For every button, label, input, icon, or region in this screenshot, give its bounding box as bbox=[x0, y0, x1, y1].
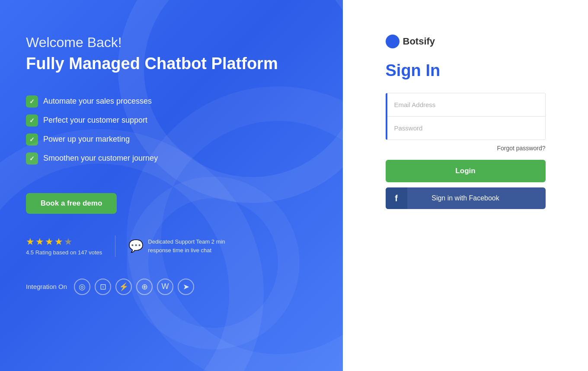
star-1: ★ bbox=[26, 236, 35, 247]
rating-text: 4.5 Rating based on 147 votes bbox=[26, 249, 102, 256]
check-icon-4: ✓ bbox=[26, 152, 38, 165]
password-input[interactable] bbox=[387, 117, 545, 140]
forgot-password-link[interactable]: Forgot password? bbox=[497, 145, 545, 152]
login-form-container: Botsify Sign In Forgot password? Login f… bbox=[386, 35, 546, 209]
form-inputs-wrapper bbox=[386, 93, 546, 140]
star-3: ★ bbox=[45, 236, 54, 247]
check-icon-3: ✓ bbox=[26, 133, 38, 146]
sign-in-title: Sign In bbox=[386, 61, 546, 80]
facebook-button-label: Sign in with Facebook bbox=[393, 194, 539, 202]
stats-divider bbox=[115, 235, 115, 257]
email-input[interactable] bbox=[387, 93, 545, 116]
check-icon-1: ✓ bbox=[26, 95, 38, 108]
feature-label-4: Smoothen your customer journey bbox=[43, 154, 158, 163]
star-2: ★ bbox=[35, 236, 44, 247]
stars: ★ ★ ★ ★ ★ bbox=[26, 236, 102, 247]
star-4: ★ bbox=[54, 236, 63, 247]
forgot-password-row: Forgot password? bbox=[386, 144, 546, 152]
rating-block: ★ ★ ★ ★ ★ 4.5 Rating based on 147 votes bbox=[26, 236, 102, 256]
logo-name: Botsify bbox=[403, 36, 435, 47]
telegram-icon: ➤ bbox=[178, 279, 194, 295]
support-block: 💬 Dedicated Support Team 2 min response … bbox=[128, 238, 225, 254]
support-text: Dedicated Support Team 2 min response ti… bbox=[148, 238, 225, 254]
logo-circle bbox=[386, 35, 399, 48]
facebook-icon: f bbox=[386, 187, 407, 209]
feature-label-1: Automate your sales processes bbox=[43, 97, 152, 106]
integration-row: Integration On ◎ ⊡ ⚡ ⊕ W ➤ bbox=[26, 279, 317, 295]
feature-label-2: Perfect your customer support bbox=[43, 116, 147, 125]
messenger-icon: ⚡ bbox=[115, 279, 132, 295]
logo-row: Botsify bbox=[386, 35, 546, 48]
login-button[interactable]: Login bbox=[386, 160, 546, 182]
demo-button[interactable]: Book a free demo bbox=[26, 193, 117, 214]
platform-title: Fully Managed Chatbot Platform bbox=[26, 54, 317, 74]
integration-label: Integration On bbox=[26, 283, 67, 290]
left-panel: Welcome Back! Fully Managed Chatbot Plat… bbox=[0, 0, 343, 371]
welcome-text: Welcome Back! bbox=[26, 35, 317, 51]
facebook-signin-button[interactable]: f Sign in with Facebook bbox=[386, 187, 546, 209]
check-icon-2: ✓ bbox=[26, 114, 38, 127]
whatsapp-icon: ◎ bbox=[74, 279, 90, 295]
chat-icon: 💬 bbox=[128, 239, 144, 253]
right-panel: Botsify Sign In Forgot password? Login f… bbox=[343, 0, 588, 371]
globe-icon: ⊕ bbox=[136, 279, 153, 295]
feature-label-3: Power up your marketing bbox=[43, 135, 130, 144]
chat-icon-int: ⊡ bbox=[95, 279, 111, 295]
integration-icons: ◎ ⊡ ⚡ ⊕ W ➤ bbox=[74, 279, 194, 295]
star-5: ★ bbox=[64, 236, 73, 247]
stats-row: ★ ★ ★ ★ ★ 4.5 Rating based on 147 votes … bbox=[26, 235, 317, 257]
wordpress-icon: W bbox=[157, 279, 173, 295]
